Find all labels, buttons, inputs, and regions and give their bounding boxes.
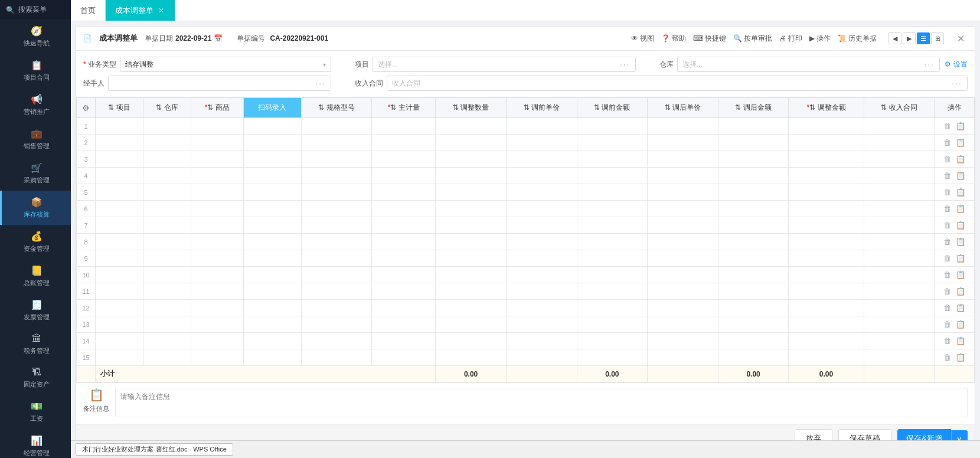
cell-11-2[interactable] [191,283,244,300]
cell-5-2[interactable] [191,184,244,201]
cell-10-7[interactable] [506,267,577,283]
sidebar-item-quicknav[interactable]: 🧭 快速导航 [0,19,71,54]
col-before-price-sort[interactable]: ⇅ [524,103,530,112]
copy-row-14-btn[interactable]: 📋 [955,335,966,346]
cell-4-11[interactable] [789,168,864,184]
cell-5-4[interactable] [301,184,372,201]
cell-15-2[interactable] [191,349,244,366]
action-print[interactable]: 🖨 打印 [779,34,802,44]
cell-5-7[interactable] [506,184,577,201]
cell-11-8[interactable] [577,283,648,300]
cell-1-1[interactable] [143,118,191,135]
cell-13-9[interactable] [648,316,718,333]
cell-1-5[interactable] [372,118,436,135]
col-after-price-sort[interactable]: ⇅ [665,103,671,112]
delete-row-13-btn[interactable]: 🗑 [942,319,952,330]
copy-row-1-btn[interactable]: 📋 [955,120,966,132]
action-operate[interactable]: ▶ 操作 [809,34,831,44]
cell-7-1[interactable] [143,217,191,234]
delete-row-12-btn[interactable]: 🗑 [942,302,952,313]
delete-row-7-btn[interactable]: 🗑 [942,220,952,231]
cell-7-6[interactable] [436,217,507,234]
cell-3-8[interactable] [577,151,648,168]
cell-13-3[interactable] [243,316,301,333]
cell-9-3[interactable] [243,250,301,267]
copy-row-9-btn[interactable]: 📋 [955,253,966,264]
cell-6-2[interactable] [191,201,244,217]
cell-14-6[interactable] [436,333,507,349]
cell-11-0[interactable] [96,283,143,300]
cell-1-0[interactable] [96,118,143,135]
cell-8-6[interactable] [436,234,507,250]
sidebar-item-fixed-assets[interactable]: 🏗 固定资产 [0,361,71,395]
cell-3-4[interactable] [301,151,372,168]
cell-8-1[interactable] [143,234,191,250]
cell-3-11[interactable] [789,151,864,168]
sidebar-item-project-contract[interactable]: 📋 项目合同 [0,54,71,88]
cell-5-1[interactable] [143,184,191,201]
cell-6-0[interactable] [96,201,143,217]
cell-4-5[interactable] [372,168,436,184]
cell-15-8[interactable] [577,349,648,366]
cell-11-7[interactable] [506,283,577,300]
copy-row-7-btn[interactable]: 📋 [955,220,966,231]
cell-3-3[interactable] [243,151,301,168]
copy-row-5-btn[interactable]: 📋 [955,187,966,198]
cell-15-0[interactable] [96,349,143,366]
cell-7-10[interactable] [718,217,789,234]
cell-6-5[interactable] [372,201,436,217]
cell-10-9[interactable] [648,267,718,283]
cell-4-10[interactable] [718,168,789,184]
cell-3-7[interactable] [506,151,577,168]
col-settings-icon[interactable]: ⚙ [82,103,90,113]
cell-7-5[interactable] [372,217,436,234]
col-before-amount-sort[interactable]: ⇅ [594,103,600,112]
col-adj-qty-sort[interactable]: ⇅ [453,103,459,112]
tab-home[interactable]: 首页 [71,0,106,21]
sidebar-item-ops-mgmt[interactable]: 📊 经营管理 [0,429,71,458]
cell-15-4[interactable] [301,349,372,366]
cell-10-3[interactable] [243,267,301,283]
cell-2-1[interactable] [143,135,191,151]
cell-3-0[interactable] [96,151,143,168]
cell-5-11[interactable] [789,184,864,201]
copy-row-2-btn[interactable]: 📋 [955,137,966,148]
cell-1-7[interactable] [506,118,577,135]
cell-5-6[interactable] [436,184,507,201]
cell-13-4[interactable] [301,316,372,333]
sidebar-item-tax[interactable]: 🏛 税务管理 [0,328,71,361]
cell-4-6[interactable] [436,168,507,184]
cell-8-8[interactable] [577,234,648,250]
cell-10-10[interactable] [718,267,789,283]
cell-7-11[interactable] [789,217,864,234]
cell-4-7[interactable] [506,168,577,184]
cell-12-12[interactable] [864,300,935,316]
sidebar-item-purchase-mgmt[interactable]: 🛒 采购管理 [0,156,71,191]
cell-4-9[interactable] [648,168,718,184]
cell-2-4[interactable] [301,135,372,151]
col-unit-sort[interactable]: ⇅ [390,103,396,112]
delete-row-9-btn[interactable]: 🗑 [942,253,952,264]
copy-row-3-btn[interactable]: 📋 [955,153,966,165]
cell-6-8[interactable] [577,201,648,217]
cell-12-2[interactable] [191,300,244,316]
cell-12-6[interactable] [436,300,507,316]
cell-6-11[interactable] [789,201,864,217]
col-after-amount-sort[interactable]: ⇅ [735,103,741,112]
cell-10-6[interactable] [436,267,507,283]
copy-row-8-btn[interactable]: 📋 [955,236,966,247]
cell-12-7[interactable] [506,300,577,316]
cell-14-7[interactable] [506,333,577,349]
cell-8-9[interactable] [648,234,718,250]
action-help[interactable]: ❓ 帮助 [661,34,686,44]
cell-6-3[interactable] [243,201,301,217]
cell-11-3[interactable] [243,283,301,300]
cell-8-10[interactable] [718,234,789,250]
delete-row-6-btn[interactable]: 🗑 [942,203,952,214]
cell-8-12[interactable] [864,234,935,250]
cell-9-4[interactable] [301,250,372,267]
cell-8-4[interactable] [301,234,372,250]
cell-9-10[interactable] [718,250,789,267]
copy-row-6-btn[interactable]: 📋 [955,203,966,214]
cell-14-2[interactable] [191,333,244,349]
